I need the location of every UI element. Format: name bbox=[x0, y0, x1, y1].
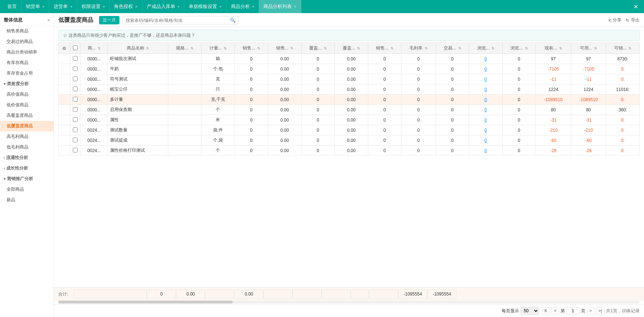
row-checkbox[interactable] bbox=[73, 138, 78, 142]
col-available[interactable]: 可用... ⇅ bbox=[571, 43, 606, 54]
col-unit[interactable]: 计量... ⇅ bbox=[201, 43, 235, 54]
cell-browse1[interactable]: 0 bbox=[469, 146, 503, 156]
last-page-button[interactable]: >| bbox=[596, 307, 605, 314]
col-sales-qty[interactable]: 销售... ⇅ bbox=[235, 43, 268, 54]
row-checkbox[interactable] bbox=[73, 97, 78, 102]
sidebar-item-category-rate[interactable]: 商品分类动销率 bbox=[0, 47, 54, 58]
col-current[interactable]: 现有... ⇅ bbox=[536, 43, 571, 54]
sidebar-item-high-value[interactable]: 高价值商品 bbox=[0, 89, 54, 100]
col-spec[interactable]: 规格... ⇅ bbox=[168, 43, 201, 54]
cell-check[interactable] bbox=[70, 74, 80, 84]
sidebar-group-value-analysis[interactable]: ▾ 类射度分析 bbox=[0, 79, 54, 89]
sidebar-item-low-coverage[interactable]: 低覆盖度商品 bbox=[0, 121, 54, 131]
row-checkbox[interactable] bbox=[73, 107, 78, 112]
nav-tab-production[interactable]: 产成品入库单 × bbox=[142, 0, 184, 13]
col-sellable[interactable]: 可销... ⇅ bbox=[606, 43, 640, 54]
col-sales3[interactable]: 销售... ⇅ bbox=[368, 43, 401, 54]
col-cover2[interactable]: 覆盖... ⇅ bbox=[335, 43, 368, 54]
sidebar-item-new-goods[interactable]: 新品 bbox=[0, 195, 54, 205]
close-icon[interactable]: × bbox=[252, 4, 254, 9]
nav-tab-purchase[interactable]: 进货单 × bbox=[49, 0, 77, 13]
cell-margin: 0 bbox=[401, 135, 436, 146]
row-checkbox[interactable] bbox=[73, 117, 78, 122]
share-button[interactable]: ⎗ 分享 bbox=[609, 17, 621, 23]
col-margin[interactable]: 毛利率 ⇅ bbox=[401, 43, 436, 54]
row-checkbox[interactable] bbox=[73, 127, 78, 132]
search-icon[interactable]: 🔍 bbox=[230, 17, 236, 23]
cell-browse1[interactable]: 0 bbox=[469, 54, 503, 64]
cell-check[interactable] bbox=[70, 84, 80, 95]
horizontal-scrollbar[interactable] bbox=[58, 301, 640, 304]
cell-check[interactable] bbox=[70, 64, 80, 74]
close-icon[interactable]: × bbox=[219, 4, 221, 9]
nav-tab-analysis[interactable]: 商品分析 × bbox=[227, 0, 259, 13]
close-icon[interactable]: × bbox=[294, 4, 296, 9]
col-name[interactable]: 商品名称 ⇅ bbox=[108, 43, 168, 54]
search-input[interactable] bbox=[126, 18, 230, 23]
row-checkbox[interactable] bbox=[73, 56, 78, 61]
nav-tab-home[interactable]: 首页 bbox=[3, 0, 21, 13]
sidebar-item-all-goods[interactable]: 全部商品 bbox=[0, 184, 54, 195]
cell-browse1[interactable]: 0 bbox=[469, 115, 503, 125]
row-checkbox[interactable] bbox=[73, 148, 78, 152]
nav-tab-analysis-list[interactable]: 商品分析列表 × bbox=[259, 0, 301, 13]
cell-check[interactable] bbox=[70, 125, 80, 135]
cell-trade: 0 bbox=[436, 54, 469, 64]
close-icon[interactable]: × bbox=[70, 4, 72, 9]
sidebar-item-low-margin[interactable]: 低毛利商品 bbox=[0, 142, 54, 152]
close-icon[interactable]: × bbox=[103, 4, 105, 9]
col-sales-amt[interactable]: 销售... ⇅ bbox=[268, 43, 302, 54]
sidebar-item-high-margin[interactable]: 高毛利商品 bbox=[0, 131, 54, 142]
sidebar-item-inventory-capital[interactable]: 库存资金占用 bbox=[0, 68, 54, 79]
cell-check[interactable] bbox=[70, 105, 80, 115]
col-cover1[interactable]: 覆盖... ⇅ bbox=[301, 43, 335, 54]
nav-tab-templates[interactable]: 单据模板设置 × bbox=[184, 0, 226, 13]
col-trade[interactable]: 交易... ⇅ bbox=[436, 43, 469, 54]
page-number-input[interactable] bbox=[566, 307, 580, 314]
col-browse1[interactable]: 浏览... ⇅ bbox=[469, 43, 503, 54]
col-code[interactable]: 商... ⇅ bbox=[80, 43, 108, 54]
per-page-select[interactable]: 50 100 200 bbox=[521, 307, 539, 315]
cell-browse1[interactable]: 0 bbox=[469, 125, 503, 135]
sidebar-group-marketing[interactable]: ▾ 营销推广分析 bbox=[0, 174, 54, 184]
cell-check[interactable] bbox=[70, 135, 80, 146]
nav-tab-permissions[interactable]: 权限设置 × bbox=[77, 0, 110, 13]
prev-page-button[interactable]: < bbox=[551, 307, 559, 314]
cell-browse1[interactable]: 0 bbox=[469, 135, 503, 146]
cell-browse1[interactable]: 0 bbox=[469, 64, 503, 74]
cell-check[interactable] bbox=[70, 115, 80, 125]
row-checkbox[interactable] bbox=[73, 87, 78, 91]
nav-tab-sales[interactable]: 销货单 × bbox=[21, 0, 49, 13]
filter-period-button[interactable]: 近一月 bbox=[99, 16, 119, 24]
cell-name: 符号测试 bbox=[108, 74, 168, 84]
close-icon[interactable]: × bbox=[42, 4, 44, 9]
scrollbar-thumb[interactable] bbox=[58, 301, 233, 304]
close-all-icon[interactable]: ✕ bbox=[631, 3, 641, 10]
export-button[interactable]: ↻ 导出 bbox=[626, 17, 640, 23]
sidebar-item-low-value[interactable]: 低价值商品 bbox=[0, 100, 54, 110]
sidebar-item-sales-goods[interactable]: 销售类商品 bbox=[0, 26, 54, 36]
row-checkbox[interactable] bbox=[73, 66, 78, 71]
sidebar-item-traded-goods[interactable]: 交易过的商品 bbox=[0, 36, 54, 47]
nav-tab-roles[interactable]: 角色授权 × bbox=[110, 0, 142, 13]
select-all-checkbox[interactable] bbox=[73, 45, 78, 50]
close-icon[interactable]: × bbox=[177, 4, 180, 9]
sidebar-group-circulation[interactable]: › 流通性分析 bbox=[0, 152, 54, 163]
sidebar-collapse-button[interactable]: « bbox=[47, 17, 50, 23]
cell-check[interactable] bbox=[70, 54, 80, 64]
cell-check[interactable] bbox=[70, 146, 80, 156]
row-checkbox[interactable] bbox=[73, 76, 78, 81]
cell-browse1[interactable]: 0 bbox=[469, 105, 503, 115]
sidebar-group-growth[interactable]: › 成长性分析 bbox=[0, 163, 54, 174]
cell-browse1[interactable]: 0 bbox=[469, 84, 503, 95]
next-page-button[interactable]: > bbox=[587, 307, 594, 314]
cell-browse1[interactable]: 0 bbox=[469, 95, 503, 105]
sidebar-item-high-coverage[interactable]: 高覆盖度商品 bbox=[0, 110, 54, 121]
col-browse2[interactable]: 浏览... ⇅ bbox=[502, 43, 536, 54]
first-page-button[interactable]: K bbox=[542, 307, 550, 314]
cell-check[interactable] bbox=[70, 95, 80, 105]
col-settings[interactable]: ⚙ bbox=[59, 43, 70, 54]
close-icon[interactable]: × bbox=[135, 4, 137, 9]
sidebar-item-in-stock[interactable]: 有库存商品 bbox=[0, 58, 54, 68]
cell-browse1[interactable]: 0 bbox=[469, 74, 503, 84]
